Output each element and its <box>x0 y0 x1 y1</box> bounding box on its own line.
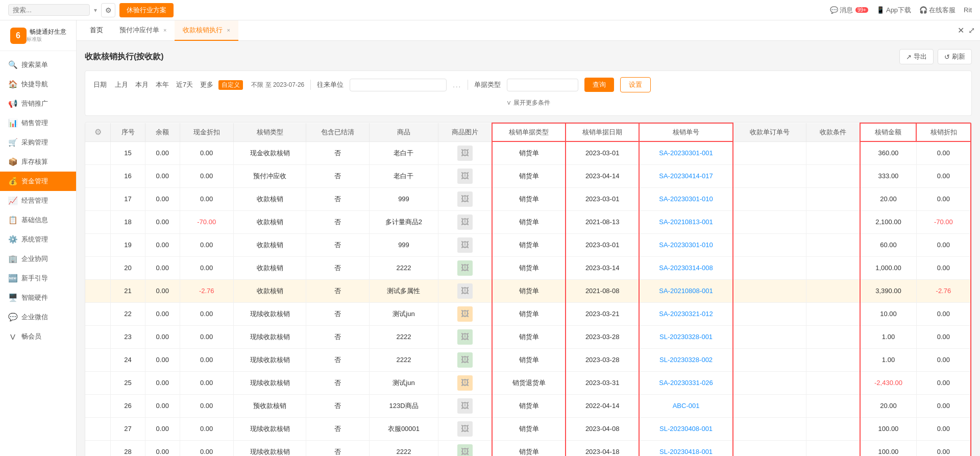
sidebar-item-system[interactable]: ⚙️系统管理 <box>0 230 76 249</box>
row-writeoff-amount-9: 1.00 <box>860 348 916 371</box>
row-writeoff-discount-2: 0.00 <box>916 187 971 210</box>
row-writeoff-bill-no-4[interactable]: SA-20230301-010 <box>639 233 733 256</box>
sidebar-item-operation[interactable]: 📈经营管理 <box>0 191 76 210</box>
writeoff-bill-no-link-2[interactable]: SA-20230301-010 <box>659 195 713 203</box>
row-writeoff-bill-no-8[interactable]: SL-20230328-001 <box>639 325 733 348</box>
writeoff-bill-no-link-5[interactable]: SA-20230314-008 <box>659 264 713 272</box>
sidebar-item-search[interactable]: 🔍搜索菜单 <box>0 55 76 75</box>
table-head: ⚙序号余额现金折扣核销类型包含已结清商品商品图片核销单据类型核销单据日期核销单号… <box>85 123 971 141</box>
sidebar-label-search: 搜索菜单 <box>21 60 48 69</box>
chevron-down-icon[interactable]: ▾ <box>94 7 97 14</box>
row-receipt-condition-11 <box>806 394 860 417</box>
date-this-month[interactable]: 本月 <box>133 79 151 90</box>
top-search-input[interactable] <box>8 4 90 16</box>
row-writeoff-bill-no-10[interactable]: SA-20230331-026 <box>639 371 733 394</box>
refresh-button[interactable]: ↺ 刷新 <box>938 49 972 64</box>
expand-more-btn[interactable]: ∨ 展开更多条件 <box>93 97 963 109</box>
gear-button[interactable]: ⚙ <box>101 3 115 17</box>
writeoff-bill-no-link-9[interactable]: SL-20230328-002 <box>659 356 713 364</box>
writeoff-bill-no-link-8[interactable]: SL-20230328-001 <box>659 333 713 341</box>
row-receipt-order-no-3 <box>733 210 806 233</box>
row-writeoff-bill-date-7: 2023-03-21 <box>566 302 639 325</box>
date-more[interactable]: 更多 <box>198 79 215 90</box>
tab-home[interactable]: 首页 <box>82 20 111 41</box>
user-item[interactable]: Rit <box>964 6 972 14</box>
sidebar-item-purchase[interactable]: 🛒采购管理 <box>0 133 76 152</box>
writeoff-bill-no-link-10[interactable]: SA-20230331-026 <box>659 379 713 387</box>
tab-close-receipt[interactable]: × <box>227 27 230 33</box>
date-this-year[interactable]: 本年 <box>154 79 171 90</box>
row-writeoff-bill-no-3[interactable]: SA-20210813-001 <box>639 210 733 233</box>
writeoff-bill-no-link-3[interactable]: SA-20210813-001 <box>659 218 713 226</box>
sidebar-item-basic[interactable]: 📋基础信息 <box>0 210 76 230</box>
row-writeoff-bill-no-12[interactable]: SL-20230408-001 <box>639 417 733 440</box>
sidebar-item-marketing[interactable]: 📢营销推广 <box>0 94 76 113</box>
row-receipt-condition-4 <box>806 233 860 256</box>
th-included_settled: 包含已结清 <box>306 123 370 141</box>
goods-thumbnail-8: 🖼 <box>457 329 473 345</box>
row-writeoff-bill-no-9[interactable]: SL-20230328-002 <box>639 348 733 371</box>
main-content: 首页预付冲应付单×收款核销执行×✕⤢ 收款核销执行(按收款) ↗ 导出 ↺ 刷新 <box>77 20 980 456</box>
row-writeoff-bill-type-5: 销货单 <box>492 256 566 279</box>
sidebar-item-nav[interactable]: 🏠快捷导航 <box>0 75 76 94</box>
date-range: 不限 至 2023-07-26 <box>251 81 304 89</box>
date-7days[interactable]: 近7天 <box>174 79 195 90</box>
row-receipt-order-no-4 <box>733 233 806 256</box>
tab-expand-btn[interactable]: ⤢ <box>968 26 975 35</box>
row-goods-img-11: 🖼 <box>438 394 492 417</box>
table-row: 190.000.00收款核销否999🖼销货单2023-03-01SA-20230… <box>85 233 971 256</box>
sidebar-item-hardware[interactable]: 🖥️智能硬件 <box>0 288 76 307</box>
tab-close-prepay[interactable]: × <box>163 27 166 33</box>
row-writeoff-bill-no-11[interactable]: ABC-001 <box>639 394 733 417</box>
writeoff-bill-no-link-0[interactable]: SA-20230301-001 <box>659 149 713 157</box>
row-writeoff-bill-no-7[interactable]: SA-20230321-012 <box>639 302 733 325</box>
writeoff-bill-no-link-7[interactable]: SA-20230321-012 <box>659 310 713 318</box>
row-writeoff-bill-date-6: 2021-08-08 <box>566 279 639 302</box>
row-writeoff-bill-no-6[interactable]: SA-20210808-001 <box>639 279 733 302</box>
tab-close-all-btn[interactable]: ✕ <box>958 26 964 35</box>
sidebar-item-wechat[interactable]: 💬企业微信 <box>0 307 76 327</box>
message-item[interactable]: 💬 消息 99+ <box>830 6 868 15</box>
app-download-item[interactable]: 📱 App下载 <box>876 6 911 15</box>
row-writeoff-bill-no-2[interactable]: SA-20230301-010 <box>639 187 733 210</box>
writeoff-bill-no-link-11[interactable]: ABC-001 <box>673 402 700 410</box>
sidebar-item-member[interactable]: V畅会员 <box>0 327 76 346</box>
writeoff-bill-no-link-4[interactable]: SA-20230301-010 <box>659 241 713 249</box>
goods-thumbnail-9: 🖼 <box>457 352 473 368</box>
query-button[interactable]: 查询 <box>584 78 614 92</box>
row-writeoff-bill-no-13[interactable]: SL-20230418-001 <box>639 440 733 456</box>
row-writeoff-bill-no-0[interactable]: SA-20230301-001 <box>639 141 733 164</box>
row-balance-13: 0.00 <box>145 440 180 456</box>
settings-button[interactable]: 设置 <box>620 77 651 92</box>
row-writeoff-bill-no-5[interactable]: SA-20230314-008 <box>639 256 733 279</box>
row-writeoff-bill-type-7: 销货单 <box>492 302 566 325</box>
row-writeoff-type-13: 现续收款核销 <box>233 440 306 456</box>
tab-prepay[interactable]: 预付冲应付单× <box>111 20 175 41</box>
hardware-icon: 🖥️ <box>8 293 17 302</box>
member-icon: V <box>8 332 17 341</box>
sidebar-item-collab[interactable]: 🏢企业协同 <box>0 249 76 269</box>
th-balance: 余额 <box>145 123 180 141</box>
row-goods-4: 999 <box>370 233 438 256</box>
date-last-month[interactable]: 上月 <box>113 79 130 90</box>
writeoff-bill-no-link-12[interactable]: SL-20230408-001 <box>659 425 713 433</box>
table-settings-col[interactable]: ⚙ <box>85 123 111 141</box>
sidebar-item-finance[interactable]: 💰资金管理 <box>0 172 76 191</box>
tab-receipt[interactable]: 收款核销执行× <box>175 20 238 41</box>
row-writeoff-bill-no-1[interactable]: SA-20230414-017 <box>639 164 733 187</box>
system-icon: ⚙️ <box>8 235 17 244</box>
writeoff-bill-no-link-1[interactable]: SA-20230414-017 <box>659 172 713 180</box>
date-custom[interactable]: 自定义 <box>218 80 243 90</box>
bill-type-select[interactable] <box>507 79 578 91</box>
row-writeoff-amount-7: 10.00 <box>860 302 916 325</box>
writeoff-bill-no-link-6[interactable]: SA-20210808-001 <box>659 287 713 295</box>
writeoff-bill-no-link-13[interactable]: SL-20230418-001 <box>659 448 713 455</box>
export-button[interactable]: ↗ 导出 <box>899 49 934 64</box>
industry-btn[interactable]: 休验行业方案 <box>119 3 174 17</box>
partner-input[interactable] <box>350 79 447 91</box>
sidebar-item-inventory[interactable]: 📦库存核算 <box>0 152 76 172</box>
sidebar-item-sales[interactable]: 📊销售管理 <box>0 113 76 133</box>
sidebar-item-guide[interactable]: 🆕新手引导 <box>0 269 76 288</box>
online-service-item[interactable]: 🎧 在线客服 <box>919 6 955 15</box>
row-goods-8: 2222 <box>370 325 438 348</box>
